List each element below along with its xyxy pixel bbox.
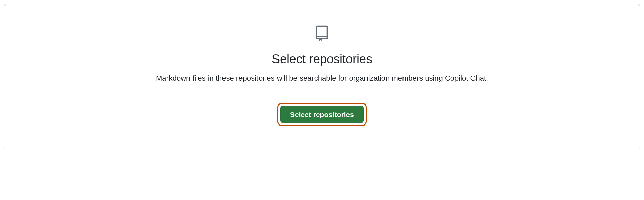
panel-description: Markdown files in these repositories wil… [156, 73, 488, 84]
select-repositories-panel: Select repositories Markdown files in th… [4, 4, 640, 150]
repository-icon [315, 25, 329, 43]
panel-heading: Select repositories [272, 52, 372, 66]
select-repositories-button[interactable]: Select repositories [280, 106, 364, 123]
button-highlight-outline: Select repositories [277, 103, 367, 126]
